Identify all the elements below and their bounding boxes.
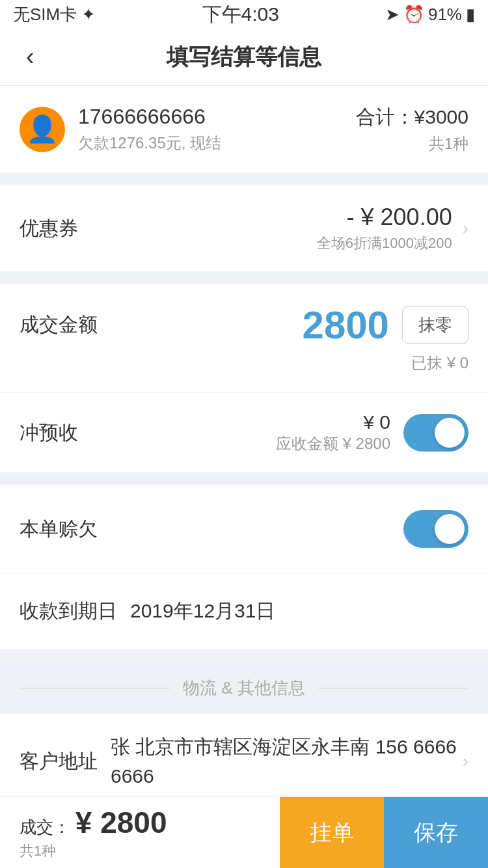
section-divider-2 <box>0 472 488 485</box>
date-value: 2019年12月31日 <box>130 598 275 625</box>
sim-status: 无SIM卡 ✦ <box>13 3 96 26</box>
page-title: 填写结算等信息 <box>167 42 321 72</box>
avatar: 👤 <box>20 107 65 152</box>
section-divider-1 <box>0 271 488 284</box>
header-line-right <box>318 688 468 688</box>
date-label: 收款到期日 <box>20 598 117 625</box>
coupon-amount: - ¥ 200.00 <box>347 204 452 231</box>
logistics-header-text: 物流 & 其他信息 <box>183 677 305 699</box>
prepay-toggle[interactable] <box>403 414 468 452</box>
location-icon: ➤ <box>385 5 400 25</box>
battery-icon: ▮ <box>466 5 475 25</box>
address-value: 张 北京市市辖区海淀区永丰南 156 6666 6666 <box>111 732 463 791</box>
amount-value-group: 2800 抹零 <box>303 303 468 347</box>
bottom-count: 共1种 <box>20 841 260 861</box>
address-chevron-icon: › <box>463 751 468 772</box>
address-label: 客户地址 <box>20 748 98 775</box>
bottom-summary: 成交： ¥ 2800 共1种 <box>0 805 280 861</box>
status-time: 下午4:03 <box>202 1 279 28</box>
customer-debt: 欠款1276.35元, 现结 <box>78 133 221 154</box>
debt-label: 本单赊欠 <box>20 516 98 543</box>
customer-left: 👤 17666666666 欠款1276.35元, 现结 <box>20 105 221 154</box>
bottom-amount-label: 成交： <box>20 817 70 837</box>
prepay-sub: 应收金额 ¥ 2800 <box>276 433 390 454</box>
header-line-left <box>20 688 170 688</box>
avatar-icon: 👤 <box>26 114 59 144</box>
nav-bar: ‹ 填写结算等信息 <box>0 29 488 86</box>
bottom-bar: 成交： ¥ 2800 共1种 挂单 保存 <box>0 796 488 868</box>
battery-status: 91% <box>428 5 462 25</box>
debt-toggle[interactable] <box>403 510 468 548</box>
total-amount: 合计：¥3000 <box>356 104 468 131</box>
coupon-desc: 全场6折满1000减200 <box>317 234 452 253</box>
amount-label: 成交金额 <box>20 312 98 338</box>
customer-info: 17666666666 欠款1276.35元, 现结 <box>78 105 221 154</box>
toggle-knob <box>435 418 465 448</box>
amount-sub: 已抹 ¥ 0 <box>20 353 468 373</box>
total-count: 共1种 <box>356 133 468 154</box>
bottom-amount-row: 成交： ¥ 2800 <box>20 805 260 840</box>
status-right: ➤ ⏰ 91% ▮ <box>385 5 475 25</box>
prepay-amount-group: ¥ 0 应收金额 ¥ 2800 <box>276 411 390 454</box>
section-divider-3 <box>0 649 488 662</box>
date-row: 收款到期日 2019年12月31日 <box>20 598 468 625</box>
back-button[interactable]: ‹ <box>20 36 41 77</box>
prepay-section: 冲预收 ¥ 0 应收金额 ¥ 2800 <box>0 393 488 472</box>
chevron-right-icon: › <box>463 218 468 239</box>
save-button[interactable]: 保存 <box>384 797 488 869</box>
prepay-right: ¥ 0 应收金额 ¥ 2800 <box>276 411 468 454</box>
status-bar: 无SIM卡 ✦ 下午4:03 ➤ ⏰ 91% ▮ <box>0 0 488 29</box>
prepay-amount: ¥ 0 <box>276 411 390 433</box>
debt-section: 本单赊欠 <box>0 485 488 573</box>
content: 👤 17666666666 欠款1276.35元, 现结 合计：¥3000 共1… <box>0 86 488 868</box>
customer-right: 合计：¥3000 共1种 <box>356 104 468 154</box>
amount-row: 成交金额 2800 抹零 <box>20 303 468 347</box>
transaction-amount-section: 成交金额 2800 抹零 已抹 ¥ 0 <box>0 284 488 392</box>
amount-number: 2800 <box>303 303 389 347</box>
coupon-right: - ¥ 200.00 全场6折满1000减200 › <box>317 204 468 253</box>
bottom-amount: ¥ 2800 <box>75 806 167 839</box>
hold-button[interactable]: 挂单 <box>280 797 384 869</box>
alarm-icon: ⏰ <box>403 5 424 25</box>
status-left: 无SIM卡 ✦ <box>13 3 96 26</box>
coupon-value-group: - ¥ 200.00 全场6折满1000减200 <box>317 204 452 253</box>
customer-phone: 17666666666 <box>78 105 221 129</box>
debt-toggle-knob <box>435 514 465 544</box>
round-button[interactable]: 抹零 <box>402 306 468 344</box>
coupon-label: 优惠券 <box>20 215 78 242</box>
prepay-label: 冲预收 <box>20 420 78 446</box>
coupon-row[interactable]: 优惠券 - ¥ 200.00 全场6折满1000减200 › <box>0 185 488 271</box>
due-date-section: 收款到期日 2019年12月31日 <box>0 573 488 649</box>
address-section[interactable]: 客户地址 张 北京市市辖区海淀区永丰南 156 6666 6666 › <box>0 714 488 809</box>
logistics-section-header: 物流 & 其他信息 <box>0 662 488 714</box>
customer-card: 👤 17666666666 欠款1276.35元, 现结 合计：¥3000 共1… <box>0 86 488 172</box>
